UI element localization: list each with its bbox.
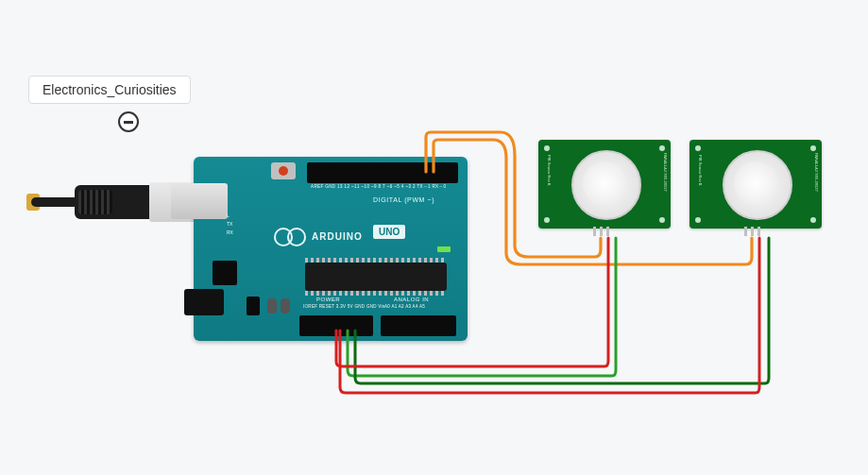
dc-barrel-jack [184,289,224,315]
pir-board-text-left: PIR Sensor Rev B [693,155,703,185]
power-section-label: POWER [316,297,340,302]
voltage-regulator [247,297,260,315]
mount-hole [695,217,701,223]
pir-board-text-right: PARALLAX 555-28027 [663,153,668,192]
analog-pin-labels: A0 A1 A2 A3 A4 A5 [384,304,425,309]
component-label[interactable]: Electronics_Curiosities [28,76,191,104]
power-pin-labels: IOREF RESET 3.3V 5V GND GND Vin [303,304,385,309]
pir-board-text-right: PARALLAX 555-28027 [814,153,819,192]
analog-section-label: ANALOG IN [394,297,429,302]
mount-hole [810,145,816,151]
power-header[interactable] [299,315,373,336]
arduino-brand-text: ARDUINO [312,231,363,242]
arduino-logo-icon [274,228,306,245]
minus-circle-icon[interactable] [118,111,139,132]
side-led-labels: L TX RX [227,212,233,237]
mount-hole [695,145,701,151]
capacitor [267,298,277,314]
reset-button[interactable] [271,162,296,179]
pir-sensor-1[interactable]: PIR Sensor Rev B PARALLAX 555-28027 [538,140,671,229]
smd-chip [213,261,237,285]
digital-section-label: DIGITAL (PWM ~) [373,196,434,203]
mount-hole [659,145,665,151]
pir-pins[interactable] [744,227,767,236]
usb-port [171,183,228,219]
pir-pins[interactable] [593,227,616,236]
arduino-uno-board[interactable]: AREF GND 13 12 ~11 ~10 ~9 8 7 ~6 ~5 4 ~3… [194,157,468,341]
mount-hole [544,217,550,223]
component-label-text: Electronics_Curiosities [43,82,177,97]
circuit-canvas[interactable]: Electronics_Curiosities AREF GND 13 12 ~… [0,0,868,475]
usb-cable-grip [78,190,112,214]
model-badge: UNO [373,225,405,239]
mount-hole [659,217,665,223]
on-led [437,246,451,252]
pir-dome-lens [583,161,626,205]
pir-dome-lens [734,161,777,205]
analog-header[interactable] [381,315,456,336]
arduino-brand: ARDUINO [274,228,363,245]
mount-hole [544,145,550,151]
digital-pin-labels: AREF GND 13 12 ~11 ~10 ~9 8 7 ~6 ~5 4 ~3… [311,184,446,189]
pir-board-text-left: PIR Sensor Rev B [542,155,552,185]
capacitor [281,298,290,314]
usb-cable-wire [31,197,78,207]
digital-header[interactable] [307,162,458,183]
atmega-chip [305,263,447,291]
mount-hole [810,217,816,223]
pir-sensor-2[interactable]: PIR Sensor Rev B PARALLAX 555-28027 [689,140,822,229]
